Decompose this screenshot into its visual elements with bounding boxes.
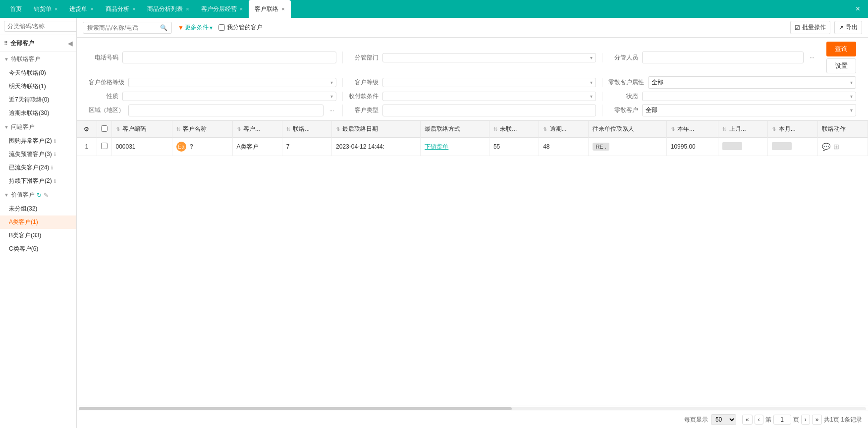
sidebar-item-class-c[interactable]: C类客户(6) xyxy=(0,242,76,256)
export-btn[interactable]: ↗ 导出 xyxy=(834,21,862,34)
qr-icon[interactable]: ⊞ xyxy=(833,143,839,151)
main-search-icon[interactable]: 🔍 xyxy=(160,24,167,31)
tab-purchase[interactable]: 进货单 × xyxy=(63,0,99,18)
filter-retail-attr-select[interactable]: 全部 ▾ xyxy=(648,76,856,89)
sidebar-group-problem-title[interactable]: ▼ 问题客户 xyxy=(0,120,76,134)
bottom-bar: 每页显示 50 20 100 200 « ‹ 第 页 › » 共1页 1条记录 xyxy=(77,411,868,428)
close-sales-tab[interactable]: × xyxy=(54,6,57,12)
chevron-down-icon-1: ▾ xyxy=(590,55,593,60)
close-all-btn[interactable]: × xyxy=(852,2,864,15)
table-header-row: ⚙ ⇅ 客户编码 ⇅ 客户名称 xyxy=(77,121,868,138)
tab-product-analysis[interactable]: 商品分析 × xyxy=(100,0,141,18)
batch-op-btn[interactable]: ☑ 批量操作 xyxy=(790,21,830,34)
horizontal-scrollbar[interactable] xyxy=(77,406,868,411)
sidebar-item-7days[interactable]: 近7天待联络(0) xyxy=(0,93,76,107)
sidebar-search-input[interactable] xyxy=(4,21,77,32)
col-sort-icon-9: ⇅ xyxy=(722,126,726,132)
cell-last-method[interactable]: 下销货单 xyxy=(421,138,489,156)
settings-icon[interactable]: ⚙ xyxy=(84,126,89,133)
chevron-down-icon-4: ▾ xyxy=(850,80,853,85)
last-method-link[interactable]: 下销货单 xyxy=(425,143,448,150)
col-sort-icon-6: ⇅ xyxy=(493,126,497,132)
col-settings[interactable]: ⚙ xyxy=(77,121,97,138)
dots-btn-2[interactable]: ··· xyxy=(327,106,336,115)
filter-payment: 收付款条件 ▾ xyxy=(343,92,603,101)
dots-btn-1[interactable]: ··· xyxy=(808,53,816,62)
filter-status: 状态 ▾ xyxy=(602,92,862,101)
cell-this-month xyxy=(768,138,817,156)
sidebar-item-ungroup[interactable]: 未分组(32) xyxy=(0,202,76,215)
filter-phone-input[interactable] xyxy=(122,52,336,63)
close-customer-tier-tab[interactable]: × xyxy=(240,6,243,12)
filter-status-select[interactable]: ▾ xyxy=(642,92,856,101)
sidebar-item-churned[interactable]: 已流失客户(24) ℹ xyxy=(0,161,76,174)
query-button[interactable]: 查询 xyxy=(826,42,856,56)
sidebar-search-area: 🔍 xyxy=(0,18,76,35)
prev-page-btn[interactable]: ‹ xyxy=(755,415,763,425)
filter-row-3: 性质 ▾ 收付款条件 ▾ 状态 xyxy=(83,92,862,101)
col-person: 往来单位联系人 xyxy=(589,121,666,138)
filter-row-1: 电话号码 分管部门 ▾ 分管人员 ··· 查询 设置 xyxy=(83,42,862,73)
close-product-analysis-list-tab[interactable]: × xyxy=(186,6,189,12)
close-product-analysis-tab[interactable]: × xyxy=(132,6,135,12)
filter-retail-attr-value: 全部 xyxy=(651,78,663,87)
main-search-box: 🔍 xyxy=(83,22,172,34)
page-input[interactable] xyxy=(773,415,791,425)
edit-icon[interactable]: ✎ xyxy=(44,192,49,199)
chevron-down-icon-2: ▾ xyxy=(330,80,333,85)
message-icon[interactable]: 💬 xyxy=(822,143,830,151)
row-checkbox[interactable] xyxy=(101,143,108,149)
close-customer-contact-tab[interactable]: × xyxy=(281,6,284,12)
sidebar-item-today[interactable]: 今天待联络(0) xyxy=(0,66,76,80)
chevron-icon: ▾ xyxy=(210,24,213,31)
sidebar-item-abnormal[interactable]: 囤购异常客户(2) ℹ xyxy=(0,134,76,148)
scrollbar-thumb[interactable] xyxy=(79,407,512,410)
tab-customer-contact[interactable]: 客户联络 × xyxy=(249,0,290,18)
sidebar-group-pending-title[interactable]: ▼ 待联络客户 xyxy=(0,52,76,66)
filter-payment-select[interactable]: ▾ xyxy=(382,92,597,101)
chevron-down-icon-8: ▾ xyxy=(850,107,853,113)
first-page-btn[interactable]: « xyxy=(742,415,753,425)
filter-retail: 零散客户 全部 ▾ xyxy=(602,104,862,116)
col-no-contact: ⇅ 未联... xyxy=(489,121,539,138)
col-contact: ⇅ 联络... xyxy=(282,121,331,138)
last-page-btn[interactable]: » xyxy=(812,415,822,425)
action-btns: 查询 设置 xyxy=(820,42,856,73)
sidebar-item-tomorrow[interactable]: 明天待联络(1) xyxy=(0,80,76,93)
select-all-checkbox[interactable] xyxy=(101,125,108,132)
setting-button[interactable]: 设置 xyxy=(826,58,856,73)
tab-home[interactable]: 首页 xyxy=(4,0,28,18)
my-customer-checkbox[interactable] xyxy=(218,24,225,31)
sidebar-item-class-b[interactable]: B类客户(33) xyxy=(0,229,76,242)
page-size-select[interactable]: 50 20 100 200 xyxy=(711,414,736,425)
more-filter-btn[interactable]: ▼ 更多条件 ▾ xyxy=(178,23,213,32)
main-search-input[interactable] xyxy=(87,24,158,31)
cell-idx: 1 xyxy=(77,138,97,156)
export-icon: ↗ xyxy=(839,24,844,31)
next-page-btn[interactable]: › xyxy=(801,415,810,425)
filter-toolbar: 🔍 ▼ 更多条件 ▾ 我分管的客户 ☑ 批量操作 ↗ 导出 xyxy=(77,18,868,38)
close-purchase-tab[interactable]: × xyxy=(90,6,93,12)
sidebar-item-declining[interactable]: 持续下滑客户(2) ℹ xyxy=(0,174,76,188)
sidebar-item-class-a[interactable]: A类客户(1) xyxy=(0,215,76,229)
sidebar-item-churn-warning[interactable]: 流失预警客户(3) ℹ xyxy=(0,148,76,161)
sidebar-group-value-title[interactable]: ▼ 价值客户 ↻ ✎ xyxy=(0,188,76,202)
my-customer-checkbox-area[interactable]: 我分管的客户 xyxy=(218,23,263,32)
filter-person-input[interactable] xyxy=(642,52,804,63)
filter-dept-select[interactable]: ▾ xyxy=(382,53,597,62)
refresh-icon[interactable]: ↻ xyxy=(37,192,42,199)
tab-product-analysis-list[interactable]: 商品分析列表 × xyxy=(141,0,195,18)
sidebar-item-overdue[interactable]: 逾期未联络(30) xyxy=(0,107,76,120)
filter-region-input[interactable] xyxy=(128,105,324,116)
filter-nature-select[interactable]: ▾ xyxy=(122,92,336,101)
filter-customer-level-select[interactable]: ▾ xyxy=(382,78,597,87)
col-sort-icon-7: ⇅ xyxy=(543,126,547,132)
sidebar-collapse-btn[interactable]: ◀ xyxy=(68,40,72,47)
filter-price-select[interactable]: ▾ xyxy=(128,78,336,87)
filter-customer-type-input[interactable] xyxy=(382,105,597,116)
advanced-filter: 电话号码 分管部门 ▾ 分管人员 ··· 查询 设置 xyxy=(77,38,868,121)
filter-retail-select[interactable]: 全部 ▾ xyxy=(642,104,856,116)
filter-retail-value: 全部 xyxy=(646,106,657,114)
tab-customer-tier[interactable]: 客户分层经营 × xyxy=(195,0,249,18)
tab-sales[interactable]: 销货单 × xyxy=(28,0,63,18)
